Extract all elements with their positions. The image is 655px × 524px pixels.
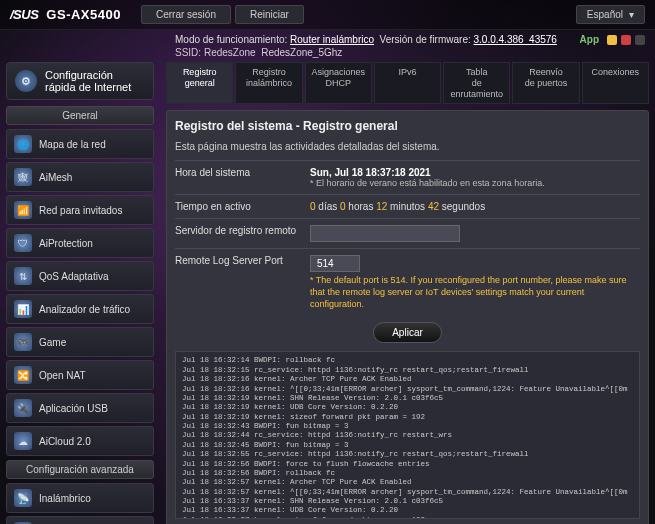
sidebar-item[interactable]: 🔌Aplicación USB bbox=[6, 393, 154, 423]
sidebar-icon: 🎮 bbox=[14, 333, 32, 351]
ssid-1[interactable]: RedesZone bbox=[204, 47, 256, 58]
note-dst: * El horario de verano está habilitado e… bbox=[310, 178, 640, 188]
main-panel: Registro del sistema - Registro general … bbox=[166, 110, 649, 524]
sidebar-item[interactable]: 🌐Mapa de la red bbox=[6, 129, 154, 159]
op-mode-link[interactable]: Router inalámbrico bbox=[290, 34, 374, 45]
ssid-bar: SSID: RedesZone RedesZone_5Ghz bbox=[0, 47, 655, 62]
tab-bar: RegistrogeneralRegistroinalámbricoAsigna… bbox=[166, 62, 649, 104]
sidebar-item[interactable]: ☁AiCloud 2.0 bbox=[6, 426, 154, 456]
logout-button[interactable]: Cerrar sesión bbox=[141, 5, 231, 24]
tab[interactable]: Registrogeneral bbox=[166, 62, 233, 104]
app-link[interactable]: App bbox=[580, 34, 599, 45]
value-system-time: Sun, Jul 18 18:37:18 2021 bbox=[310, 167, 640, 178]
panel-desc: Esta página muestra las actividades deta… bbox=[175, 141, 640, 152]
sidebar-icon: 🕸 bbox=[14, 168, 32, 186]
input-remote-port[interactable] bbox=[310, 255, 360, 272]
sidebar-icon: 🔀 bbox=[14, 366, 32, 384]
log-textarea[interactable]: Jul 18 16:32:14 BWDPI: rollback fc Jul 1… bbox=[175, 351, 640, 519]
sidebar-header-general: General bbox=[6, 106, 154, 125]
sidebar-item[interactable]: 📊Analizador de tráfico bbox=[6, 294, 154, 324]
sidebar-item[interactable]: 🛡AiProtection bbox=[6, 228, 154, 258]
sidebar-item[interactable]: ⚡LAN bbox=[6, 516, 154, 524]
model-name: GS-AX5400 bbox=[46, 7, 121, 22]
chevron-down-icon: ▾ bbox=[629, 9, 634, 20]
sidebar-icon: ☁ bbox=[14, 432, 32, 450]
sidebar-item[interactable]: 🕸AiMesh bbox=[6, 162, 154, 192]
sidebar-icon: 🔌 bbox=[14, 399, 32, 417]
sidebar: ⚙ Configuración rápida de Internet Gener… bbox=[0, 62, 160, 524]
quick-setup-card[interactable]: ⚙ Configuración rápida de Internet bbox=[6, 62, 154, 100]
label-uptime: Tiempo en activo bbox=[175, 201, 310, 212]
top-bar: /SUS GS-AX5400 Cerrar sesión Reiniciar E… bbox=[0, 0, 655, 30]
sidebar-item[interactable]: 🔀Open NAT bbox=[6, 360, 154, 390]
sidebar-icon: ⇅ bbox=[14, 267, 32, 285]
input-remote-server[interactable] bbox=[310, 225, 460, 242]
tab[interactable]: Conexiones bbox=[582, 62, 649, 104]
brand-logo: /SUS bbox=[10, 7, 38, 22]
tab[interactable]: Registroinalámbrico bbox=[235, 62, 302, 104]
sidebar-item[interactable]: 📶Red para invitados bbox=[6, 195, 154, 225]
sidebar-icon: 📶 bbox=[14, 201, 32, 219]
tab[interactable]: IPv6 bbox=[374, 62, 441, 104]
sidebar-item[interactable]: ⇅QoS Adaptativa bbox=[6, 261, 154, 291]
language-selector[interactable]: Español▾ bbox=[576, 5, 645, 24]
value-uptime: 0 días 0 horas 12 minutos 42 segundos bbox=[310, 201, 640, 212]
ssid-2[interactable]: RedesZone_5Ghz bbox=[261, 47, 342, 58]
note-port: * The default port is 514. If you reconf… bbox=[310, 275, 640, 310]
sidebar-icon: 🛡 bbox=[14, 234, 32, 252]
label-system-time: Hora del sistema bbox=[175, 167, 310, 178]
sidebar-item[interactable]: 📡Inalámbrico bbox=[6, 483, 154, 513]
apply-button[interactable]: Aplicar bbox=[373, 322, 442, 343]
sidebar-header-advanced: Configuración avanzada bbox=[6, 460, 154, 479]
sidebar-icon: 📊 bbox=[14, 300, 32, 318]
tab[interactable]: Tablade enrutamiento bbox=[443, 62, 510, 104]
sidebar-icon: 🌐 bbox=[14, 135, 32, 153]
tab[interactable]: Reenvíode puertos bbox=[512, 62, 579, 104]
info-bar: Modo de funcionamiento: Router inalámbri… bbox=[0, 30, 655, 47]
sidebar-icon: 📡 bbox=[14, 489, 32, 507]
firmware-link[interactable]: 3.0.0.4.386_43576 bbox=[474, 34, 557, 45]
sidebar-item[interactable]: 🎮Game bbox=[6, 327, 154, 357]
label-remote-port: Remote Log Server Port bbox=[175, 255, 310, 266]
status-dots bbox=[607, 35, 645, 45]
label-remote-server: Servidor de registro remoto bbox=[175, 225, 310, 236]
tab[interactable]: AsignacionesDHCP bbox=[305, 62, 372, 104]
panel-title: Registro del sistema - Registro general bbox=[175, 119, 640, 133]
reboot-button[interactable]: Reiniciar bbox=[235, 5, 304, 24]
globe-icon: ⚙ bbox=[15, 70, 37, 92]
